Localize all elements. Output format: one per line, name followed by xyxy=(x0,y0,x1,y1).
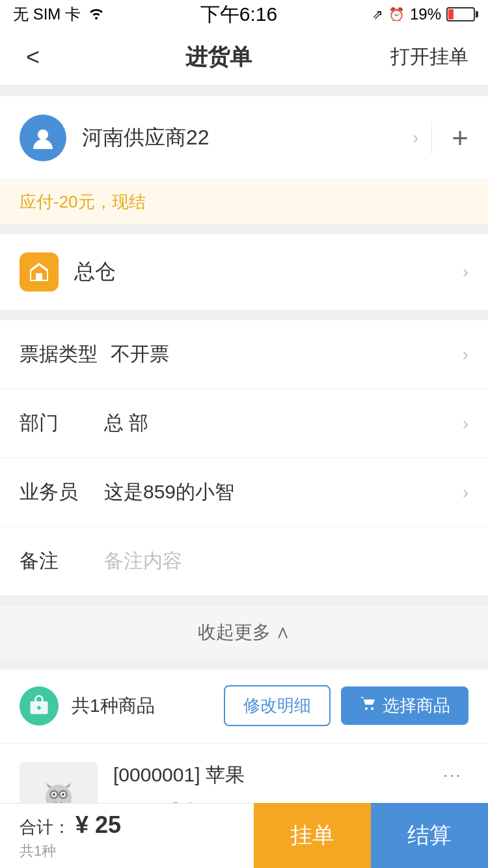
products-count: 共1种商品 xyxy=(72,694,224,718)
product-title: 苹果 xyxy=(206,764,245,785)
battery-icon xyxy=(446,7,475,21)
remark-value[interactable]: 备注内容 xyxy=(91,548,468,575)
svg-point-0 xyxy=(38,129,48,140)
nav-bar: < 进货单 打开挂单 xyxy=(0,29,488,86)
total-count: 共1种 xyxy=(20,841,234,861)
suspend-button[interactable]: 挂单 xyxy=(254,803,371,868)
salesman-value: 这是859的小智 xyxy=(91,479,463,506)
cart-icon xyxy=(359,696,377,716)
checkout-button[interactable]: 结算 xyxy=(371,803,488,868)
warehouse-name: 总仓 xyxy=(74,258,463,286)
department-row[interactable]: 部门 总 部 › xyxy=(0,389,488,458)
product-code: [0000001] xyxy=(113,764,206,785)
product-more-button[interactable]: ··· xyxy=(437,762,468,788)
department-chevron-icon: › xyxy=(463,413,468,434)
supplier-avatar xyxy=(20,115,66,161)
collapse-row[interactable]: 收起更多 ∧ xyxy=(0,606,488,659)
wifi-icon xyxy=(87,5,105,23)
products-icon xyxy=(20,686,59,726)
svg-point-4 xyxy=(365,707,368,710)
svg-point-15 xyxy=(62,793,64,796)
invoice-type-row[interactable]: 票据类型 不开票 › xyxy=(0,320,488,389)
status-bar-time: 下午6:16 xyxy=(200,1,277,28)
form-section: 票据类型 不开票 › 部门 总 部 › 业务员 这是859的小智 › 备注 备注… xyxy=(0,320,488,595)
bottom-bar: 合计： ¥ 25 共1种 挂单 结算 xyxy=(0,803,488,868)
location-icon: ⇗ xyxy=(372,7,383,22)
total-label: 合计： ¥ 25 xyxy=(20,811,234,839)
total-section: 合计： ¥ 25 共1种 xyxy=(0,803,254,868)
supplier-notice: 应付-20元，现结 xyxy=(0,180,488,224)
svg-point-14 xyxy=(53,793,55,796)
alarm-icon: ⏰ xyxy=(388,7,405,22)
invoice-type-value: 不开票 xyxy=(98,341,463,368)
svg-rect-1 xyxy=(36,273,42,281)
department-label: 部门 xyxy=(20,410,91,437)
svg-point-5 xyxy=(371,707,373,710)
salesman-chevron-icon: › xyxy=(463,482,468,503)
select-product-button[interactable]: 选择商品 xyxy=(341,686,468,725)
supplier-name: 河南供应商22 xyxy=(82,124,413,152)
total-label-text: 合计： xyxy=(20,816,70,839)
total-amount: ¥ 25 xyxy=(75,811,121,839)
back-button[interactable]: < xyxy=(20,37,46,77)
status-bar-right: ⇗ ⏰ 19% xyxy=(372,5,475,23)
select-product-label: 选择商品 xyxy=(383,694,450,717)
divider xyxy=(431,122,432,154)
page-title: 进货单 xyxy=(185,42,252,72)
product-name: [0000001] 苹果 xyxy=(113,762,437,789)
salesman-row[interactable]: 业务员 这是859的小智 › xyxy=(0,458,488,527)
edit-detail-button[interactable]: 修改明细 xyxy=(224,685,331,726)
remark-label: 备注 xyxy=(20,548,91,575)
invoice-type-chevron-icon: › xyxy=(463,344,468,365)
warehouse-row[interactable]: 总仓 › xyxy=(0,234,488,310)
battery-percent: 19% xyxy=(410,5,441,23)
remark-row[interactable]: 备注 备注内容 xyxy=(0,527,488,595)
svg-point-3 xyxy=(37,706,40,709)
warehouse-section: 总仓 › xyxy=(0,234,488,310)
invoice-type-label: 票据类型 xyxy=(20,341,98,368)
add-supplier-button[interactable]: + xyxy=(452,124,468,152)
supplier-chevron-icon: › xyxy=(413,128,418,148)
warehouse-icon xyxy=(20,252,59,292)
status-bar-left: 无 SIM 卡 xyxy=(13,4,105,25)
supplier-section: 河南供应商22 › + 应付-20元，现结 xyxy=(0,96,488,224)
supplier-row[interactable]: 河南供应商22 › + xyxy=(0,96,488,180)
salesman-label: 业务员 xyxy=(20,479,91,506)
carrier-label: 无 SIM 卡 xyxy=(13,4,81,25)
products-header: 共1种商品 修改明细 选择商品 xyxy=(0,670,488,742)
warehouse-chevron-icon: › xyxy=(463,262,468,282)
open-suspend-button[interactable]: 打开挂单 xyxy=(390,44,468,70)
status-bar: 无 SIM 卡 下午6:16 ⇗ ⏰ 19% xyxy=(0,0,488,29)
department-value: 总 部 xyxy=(91,410,463,437)
